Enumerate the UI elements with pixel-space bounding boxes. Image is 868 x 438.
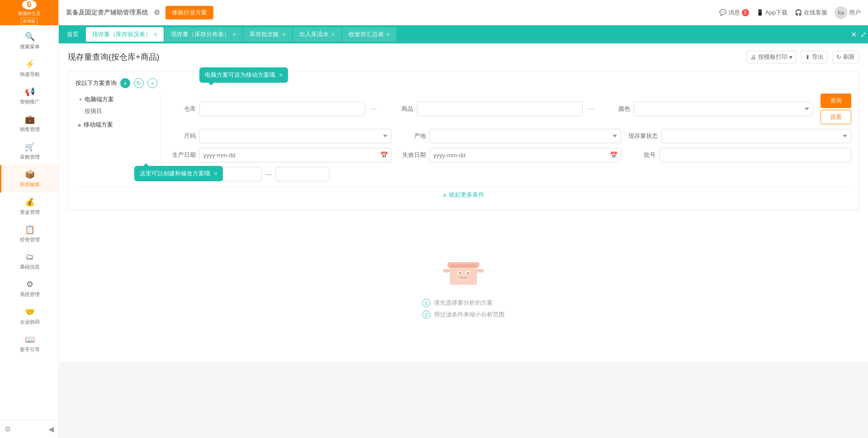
filter-refresh-button[interactable]: ↻ bbox=[134, 78, 144, 88]
edit-tooltip-close-icon[interactable]: × bbox=[214, 170, 217, 177]
tab-stock-dist[interactable]: 现存量（库存分布表） × bbox=[165, 27, 242, 42]
color-label: 颜色 bbox=[603, 105, 630, 113]
scheme-item-by-remark[interactable]: 按摘目 bbox=[75, 105, 157, 117]
batch-no-input[interactable] bbox=[659, 148, 851, 162]
filter-back-button[interactable]: « bbox=[147, 78, 157, 88]
sidebar-item-label: 快捷导航 bbox=[20, 71, 40, 78]
sidebar-bottom: ⚙ ◀ bbox=[0, 420, 58, 438]
size-select[interactable] bbox=[199, 129, 392, 143]
gear-icon[interactable]: ⚙ bbox=[154, 8, 160, 17]
app-download-label: App下载 bbox=[765, 9, 788, 17]
color-field: 颜色 bbox=[603, 102, 813, 116]
empty-state: 1 请先选择要分析的方案 2 用过滤条件来缩小分析范围 bbox=[68, 210, 859, 355]
size-field: 尺码 bbox=[169, 129, 392, 143]
maximize-icon[interactable]: ⤢ bbox=[860, 30, 866, 39]
tooltip-text: 电脑方案可设为移动方案哦 bbox=[205, 71, 275, 79]
batch-no-field: 批号 bbox=[628, 148, 851, 162]
sidebar-item-label: 营销推广 bbox=[20, 99, 40, 105]
reset-button[interactable]: 设置 bbox=[821, 110, 851, 124]
tab-close-icon[interactable]: × bbox=[331, 31, 335, 38]
export-label: 导出 bbox=[812, 53, 824, 61]
warehouse-input[interactable] bbox=[199, 102, 365, 116]
message-action[interactable]: 💬 消息 6 bbox=[719, 9, 749, 17]
calendar-icon[interactable]: 📅 bbox=[610, 151, 618, 159]
tab-close-icon[interactable]: × bbox=[154, 31, 157, 38]
range-separator: — bbox=[265, 170, 272, 178]
tab-collect-issue[interactable]: 收发存汇总表 × bbox=[342, 27, 396, 42]
scheme-group-desktop-label: 电脑端方案 bbox=[85, 95, 114, 104]
stock-main-to-input[interactable] bbox=[275, 167, 330, 181]
collapse-bar[interactable]: ∧ 收起更多条件 bbox=[75, 187, 851, 203]
sidebar-item-sales-mgmt[interactable]: 💼 销售管理 bbox=[0, 110, 58, 137]
color-select[interactable] bbox=[634, 102, 813, 116]
tab-close-icon[interactable]: × bbox=[282, 31, 285, 38]
sys-mgmt-icon: ⚙ bbox=[26, 279, 33, 289]
product-ellipsis-icon[interactable]: ··· bbox=[586, 105, 596, 113]
purchase-mgmt-icon: 🛒 bbox=[25, 142, 35, 152]
warehouse-ellipsis-icon[interactable]: ··· bbox=[369, 105, 378, 113]
expire-date-wrapper: 📅 bbox=[429, 148, 622, 162]
app-download-action[interactable]: 📱 App下载 bbox=[756, 9, 788, 17]
sidebar-item-label: 经营管理 bbox=[20, 236, 40, 243]
sidebar-item-sales-promo[interactable]: 📢 营销推广 bbox=[0, 82, 58, 110]
quick-nav-icon: ⚡ bbox=[25, 59, 35, 69]
product-input[interactable] bbox=[417, 102, 583, 116]
scheme-group-desktop-header[interactable]: ▼ 电脑端方案 bbox=[75, 94, 157, 105]
tab-stock-status-label: 现存量（库存状况表） bbox=[92, 30, 151, 38]
filter-row-1: 仓库 ··· 商品 ··· 颜色 bbox=[169, 94, 851, 124]
sidebar-item-asset-mgmt[interactable]: 💰 资金管理 bbox=[0, 193, 58, 220]
close-all-tabs-icon[interactable]: ✕ bbox=[851, 30, 857, 39]
collapse-sidebar-icon[interactable]: ◀ bbox=[48, 425, 54, 433]
calendar-icon[interactable]: 📅 bbox=[380, 151, 388, 159]
tab-in-out-flow[interactable]: 出入库流水 × bbox=[293, 27, 341, 42]
origin-select[interactable] bbox=[429, 129, 622, 143]
scheme-group-mobile-header[interactable]: ▶ 移动端方案 bbox=[75, 119, 157, 131]
expire-date-label: 失效日期 bbox=[399, 151, 426, 159]
search-button[interactable]: 查询 bbox=[821, 94, 851, 108]
asset-mgmt-icon: 💰 bbox=[25, 197, 35, 207]
expire-date-input[interactable] bbox=[429, 148, 622, 162]
online-support-action[interactable]: 🎧 在线客服 bbox=[795, 9, 827, 17]
settings-icon[interactable]: ⚙ bbox=[5, 425, 11, 433]
print-template-button[interactable]: 🖨 按模板打印 ▾ bbox=[746, 51, 797, 63]
svg-rect-7 bbox=[443, 269, 450, 273]
sidebar-item-base-info[interactable]: 🗂 基础信息 bbox=[0, 248, 58, 275]
header: 装备及固定资产辅助管理系统 ⚙ 体验行业方案 💬 消息 6 📱 App下载 🎧 … bbox=[59, 0, 868, 25]
trial-button[interactable]: 体验行业方案 bbox=[165, 6, 213, 19]
tab-close-icon[interactable]: × bbox=[387, 31, 390, 38]
expire-date-field: 失效日期 📅 bbox=[399, 148, 622, 162]
warehouse-field: 仓库 ··· bbox=[169, 102, 379, 116]
tab-close-icon[interactable]: × bbox=[232, 31, 236, 38]
tab-stock-status[interactable]: 现存量（库存状况表） × bbox=[86, 27, 164, 42]
export-button[interactable]: ⬆ 导出 bbox=[801, 51, 828, 63]
newbie-icon: 📖 bbox=[25, 334, 35, 344]
stock-status-select[interactable] bbox=[661, 129, 851, 143]
filter-add-button[interactable]: + bbox=[120, 78, 130, 88]
sidebar-item-purchase-mgmt[interactable]: 🛒 采购管理 bbox=[0, 137, 58, 165]
step-2-text: 用过滤条件来缩小分析范围 bbox=[434, 311, 505, 319]
sidebar-item-quick-nav[interactable]: ⚡ 快捷导航 bbox=[0, 55, 58, 82]
origin-field: 产地 bbox=[399, 129, 622, 143]
sidebar-item-label: 新手引导 bbox=[20, 346, 40, 353]
produce-date-input[interactable] bbox=[199, 148, 392, 162]
sidebar-item-search-menu[interactable]: 🔍 搜索菜单 bbox=[0, 27, 58, 55]
sales-mgmt-icon: 💼 bbox=[25, 114, 35, 124]
sidebar-item-stock-calc[interactable]: 📦 库存核算 bbox=[0, 165, 58, 193]
tab-stock-batch[interactable]: 库存批次账 × bbox=[243, 27, 292, 42]
sidebar-item-newbie[interactable]: 📖 新手引导 bbox=[0, 330, 58, 358]
tab-home-label: 首页 bbox=[67, 30, 79, 38]
sidebar-item-ops-mgmt[interactable]: 📋 经营管理 bbox=[0, 220, 58, 248]
sidebar-item-enterprise[interactable]: 🤝 企业协同 bbox=[0, 302, 58, 330]
produce-date-wrapper: 📅 bbox=[199, 148, 392, 162]
user-action[interactable]: Ea 用户 bbox=[835, 6, 861, 19]
step-1-number: 1 bbox=[422, 299, 430, 307]
enterprise-icon: 🤝 bbox=[25, 307, 35, 317]
search-menu-icon: 🔍 bbox=[25, 32, 35, 42]
refresh-button[interactable]: ↻ 刷新 bbox=[832, 51, 859, 63]
tooltip-close-icon[interactable]: × bbox=[279, 71, 283, 79]
headset-icon: 🎧 bbox=[795, 9, 802, 16]
batch-no-label: 批号 bbox=[628, 151, 656, 159]
tab-home[interactable]: 首页 bbox=[61, 27, 85, 42]
sidebar-item-sys-mgmt[interactable]: ⚙ 系统管理 bbox=[0, 275, 58, 302]
page-title-bar: 现存量查询(按仓库+商品) 🖨 按模板打印 ▾ ⬆ 导出 ↻ 刷新 bbox=[68, 51, 859, 63]
